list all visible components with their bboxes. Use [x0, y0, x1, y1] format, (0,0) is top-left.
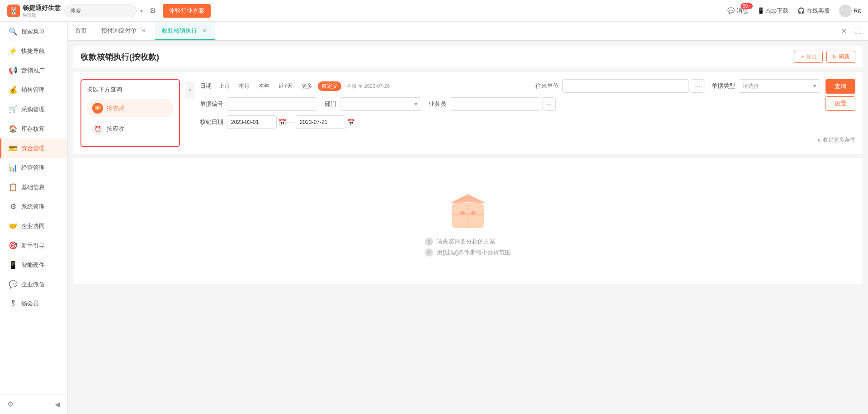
collapse-filter-button[interactable]: «	[185, 81, 194, 99]
tab-expand-button[interactable]: ⛶	[852, 25, 864, 38]
basic-info-icon: 📋	[9, 183, 18, 191]
query-actions: 查询 设置	[826, 79, 855, 111]
tab-home-label: 首页	[75, 27, 87, 35]
sidebar-item-quick-nav[interactable]: ⚡ 快捷导航	[0, 41, 67, 61]
top-bar-left: 🐰 畅捷通好生意 标准版 ▾ ⚙ 体验行业方案	[7, 4, 211, 18]
partner-input[interactable]	[562, 79, 689, 93]
collapse-sidebar-icon[interactable]: ◀	[55, 400, 60, 409]
tab-collection[interactable]: 收款核销执行 ✕	[155, 22, 215, 40]
collection-icon: 💴	[92, 103, 103, 114]
sidebar-item-guide[interactable]: 🎯 新手引导	[0, 236, 67, 255]
date-range-text: 不限 至 2023-07-26	[347, 83, 390, 90]
doc-type-select[interactable]: 请选择 ▾	[739, 79, 820, 93]
filter-option-collection[interactable]: 💴 按收款	[87, 99, 174, 117]
sidebar-item-basic-info[interactable]: 📋 基础信息	[0, 177, 67, 197]
filter-option-collection-label: 按收款	[107, 104, 124, 112]
top-bar-right: 💬 消息 99+ 📱 App下载 🎧 在线客服 Rit	[727, 5, 861, 17]
sidebar-item-purchase[interactable]: 🛒 采购管理	[0, 100, 67, 119]
date-opt-more[interactable]: 更多	[298, 81, 316, 91]
date-opt-this-year[interactable]: 本年	[255, 81, 273, 91]
hint-num-1: 1	[425, 238, 433, 246]
export-icon: ↗	[800, 54, 804, 60]
doc-type-label: 单据类型	[712, 82, 735, 90]
empty-hint-2: 2 用[过滤]条件来缩小分析范围	[425, 248, 510, 257]
tab-bar-actions: ✕ ⛶	[837, 22, 868, 40]
logo-text: 畅捷通好生意 标准版	[23, 4, 61, 18]
message-button[interactable]: 💬 消息 99+	[727, 7, 748, 15]
sidebar-item-finance[interactable]: 💳 资金管理	[0, 138, 67, 158]
tab-close-all-button[interactable]: ✕	[837, 25, 850, 38]
date-opt-this-month[interactable]: 本月	[235, 81, 253, 91]
tab-prepay-label: 预付冲应付单	[101, 27, 137, 35]
partner-dots-button[interactable]: ···	[691, 79, 704, 93]
doc-type-placeholder: 请选择	[743, 82, 759, 90]
message-icon: 💬	[727, 7, 735, 14]
tab-home[interactable]: 首页	[68, 22, 94, 40]
date-opt-last-month[interactable]: 上月	[215, 81, 233, 91]
online-service-button[interactable]: 🎧 在线客服	[797, 7, 830, 15]
operation-icon: 📊	[9, 163, 18, 172]
sidebar-item-sales[interactable]: 💰 销售管理	[0, 80, 67, 100]
sidebar-item-inventory[interactable]: 🏠 库存核算	[0, 119, 67, 138]
calendar-end-icon[interactable]: 📅	[347, 119, 355, 126]
doc-no-input[interactable]	[227, 97, 317, 111]
page-header: 收款核销执行(按收款) ↗ 导出 ↻ 刷新	[73, 46, 863, 67]
search-icon: 🔍	[9, 27, 18, 36]
filter-option-receivable-label: 按应收	[107, 125, 124, 133]
chevron-down-icon[interactable]: ▾	[140, 8, 143, 14]
tab-bar: 首页 预付冲应付单 ✕ 收款核销执行 ✕ ✕ ⛶	[68, 22, 868, 41]
date-opt-7days[interactable]: 近7天	[275, 81, 296, 91]
refresh-icon: ↻	[832, 54, 837, 60]
wechat-icon: 💬	[9, 280, 18, 289]
empty-text: 1 请先选择要分析的方案 2 用[过滤]条件来缩小分析范围	[425, 238, 510, 257]
app-download-button[interactable]: 📱 App下载	[757, 7, 788, 15]
date-opt-custom[interactable]: 自定义	[318, 81, 341, 91]
message-badge: 99+	[741, 3, 753, 9]
sidebar-item-marketing[interactable]: 📢 营销推广	[0, 61, 67, 80]
sidebar-label-inventory: 库存核算	[21, 125, 45, 133]
system-icon: ⚙	[9, 202, 18, 211]
member-icon: 🎖	[9, 300, 18, 308]
logo-icon: 🐰	[7, 5, 20, 17]
gear-button[interactable]: ⚙	[146, 5, 159, 17]
flash-icon: ⚡	[9, 47, 18, 55]
export-button[interactable]: ↗ 导出	[794, 51, 823, 63]
sidebar-item-system[interactable]: ⚙ 系统管理	[0, 197, 67, 216]
page-content: 收款核销执行(按收款) ↗ 导出 ↻ 刷新 按以下方查询	[68, 41, 868, 414]
sales-icon: 💰	[9, 86, 18, 94]
purchase-icon: 🛒	[9, 105, 18, 114]
user-profile[interactable]: Rit	[839, 5, 861, 17]
staff-input[interactable]	[450, 97, 540, 111]
search-input[interactable]	[64, 5, 137, 17]
sidebar-item-enterprise[interactable]: 🤝 企业协同	[0, 216, 67, 236]
filter-option-receivable[interactable]: ⏰ 按应收	[87, 120, 174, 138]
sidebar-item-hardware[interactable]: 📱 智能硬件	[0, 255, 67, 275]
setting-button[interactable]: 设置	[826, 96, 855, 111]
settings-bottom-icon[interactable]: ⚙	[7, 400, 14, 409]
main-layout: 🔍 搜索菜单 ⚡ 快捷导航 📢 营销推广 💰 销售管理 🛒 采购管理 🏠 库存核…	[0, 22, 868, 414]
verify-date-range: 📅 — 📅	[227, 115, 355, 129]
industry-button[interactable]: 体验行业方案	[163, 4, 211, 18]
collapse-more-conditions[interactable]: ∧ 收起更多条件	[200, 134, 855, 146]
staff-dots-button[interactable]: ···	[542, 97, 556, 111]
guide-icon: 🎯	[9, 241, 18, 250]
tab-prepay-close[interactable]: ✕	[140, 27, 147, 34]
svg-marker-1	[450, 194, 486, 203]
tab-prepay[interactable]: 预付冲应付单 ✕	[94, 22, 155, 40]
sidebar-item-search[interactable]: 🔍 搜索菜单	[0, 22, 67, 41]
empty-illustration	[445, 185, 491, 230]
verify-date-start-input[interactable]	[227, 115, 277, 129]
dept-select[interactable]: ▾	[340, 97, 421, 111]
verify-date-field: 核销日期 📅 — 📅	[200, 115, 355, 129]
refresh-button[interactable]: ↻ 刷新	[826, 51, 855, 63]
calendar-start-icon[interactable]: 📅	[278, 119, 286, 126]
sidebar-bottom: ⚙ ◀	[0, 394, 67, 414]
verify-date-end-input[interactable]	[296, 115, 345, 129]
tab-collection-close[interactable]: ✕	[201, 27, 208, 34]
dept-field: 部门 ▾	[325, 97, 421, 111]
sidebar-label-sales: 销售管理	[21, 86, 45, 94]
sidebar-item-wechat[interactable]: 💬 企业微信	[0, 275, 67, 294]
query-button[interactable]: 查询	[826, 79, 855, 94]
sidebar-item-member[interactable]: 🎖 畅会员	[0, 294, 67, 313]
sidebar-item-operation[interactable]: 📊 经营管理	[0, 158, 67, 177]
